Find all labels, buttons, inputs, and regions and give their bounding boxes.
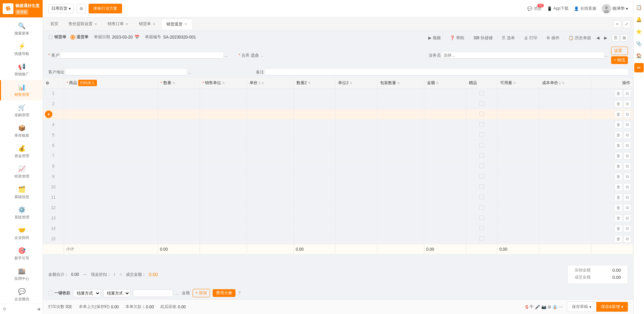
warehouse-select-icon[interactable]: ... — [260, 53, 264, 58]
gift-cell[interactable] — [466, 192, 497, 203]
delete-row-button[interactable]: 🗑 — [615, 235, 622, 243]
product-cell[interactable] — [64, 130, 158, 140]
tab-close-sell-return[interactable]: × — [184, 22, 187, 26]
qty2-cell[interactable] — [293, 140, 335, 151]
print-button[interactable]: 🖨 打印 — [522, 35, 539, 42]
qty2-cell[interactable] — [293, 151, 335, 161]
amount-cell[interactable] — [424, 161, 466, 172]
gift-cell[interactable] — [466, 182, 497, 192]
sell-unit-cell[interactable] — [200, 88, 247, 99]
available-cell[interactable] — [497, 224, 539, 234]
gift-checkbox[interactable] — [479, 236, 484, 241]
price-cell[interactable] — [247, 172, 293, 182]
copy-row-button[interactable]: ⧉ — [624, 152, 631, 160]
qty2-cell[interactable] — [293, 224, 335, 234]
save-new-dropdown-icon[interactable]: ▾ — [621, 305, 623, 309]
product-cell[interactable] — [64, 172, 158, 182]
cost-price-cell[interactable] — [539, 161, 591, 172]
gift-cell[interactable] — [466, 130, 497, 140]
gift-cell[interactable] — [466, 234, 497, 244]
qty2-cell[interactable] — [293, 234, 335, 244]
unit2-cell[interactable] — [335, 109, 377, 120]
copy-row-button[interactable]: ⧉ — [624, 183, 631, 191]
view-grid-icon[interactable]: ⊞ — [621, 34, 628, 42]
product-cell[interactable] — [64, 140, 158, 151]
sell-unit-cell[interactable] — [200, 130, 247, 140]
price-cell[interactable] — [247, 192, 293, 203]
select-doc-button[interactable]: ☰ 选单 — [500, 35, 517, 42]
pkg-qty-cell[interactable] — [377, 192, 424, 203]
right-panel-btn-6[interactable]: ✏ — [634, 63, 644, 72]
product-cell[interactable] — [64, 151, 158, 161]
gift-checkbox[interactable] — [479, 132, 484, 137]
price-cell[interactable] — [247, 234, 293, 244]
pkg-qty-cell[interactable] — [377, 88, 424, 99]
gift-checkbox[interactable] — [479, 91, 484, 96]
qty-cell[interactable] — [158, 224, 200, 234]
product-input[interactable] — [66, 133, 156, 137]
cost-split-button[interactable]: 费用分摊 — [213, 289, 235, 297]
cost-price-cell[interactable] — [539, 109, 591, 120]
price-cell[interactable] — [247, 99, 293, 109]
right-panel-btn-5[interactable]: 🏠 — [634, 51, 644, 60]
product-input[interactable] — [66, 205, 156, 210]
sell-unit-cell[interactable] — [200, 234, 247, 244]
qty2-cell[interactable] — [293, 192, 335, 203]
one-click-payment[interactable]: 一键收款 — [48, 290, 70, 296]
qty-cell[interactable] — [158, 234, 200, 244]
product-cell[interactable] — [64, 99, 158, 109]
gift-cell[interactable] — [466, 88, 497, 99]
sidebar-item-operation[interactable]: 📈 经营管理 — [0, 162, 43, 182]
delete-row-button[interactable]: 🗑 — [615, 225, 622, 232]
save-draft-button[interactable]: 保存草稿 ▾ — [567, 302, 596, 312]
delete-row-button[interactable]: 🗑 — [615, 183, 622, 191]
sidebar-item-system[interactable]: ⚙️ 系统管理 — [0, 203, 43, 223]
radio-sell-goods[interactable]: 销货单 — [48, 34, 66, 40]
sell-unit-cell[interactable] — [200, 99, 247, 109]
cost-price-cell[interactable] — [539, 130, 591, 140]
available-sort-icon[interactable]: ⇅ — [513, 81, 516, 85]
pkg-qty-cell[interactable] — [377, 109, 424, 120]
unit2-cell[interactable] — [335, 172, 377, 182]
copy-row-button[interactable]: ⧉ — [624, 142, 631, 149]
copy-row-button[interactable]: ⧉ — [624, 214, 631, 222]
copy-row-button[interactable]: ⧉ — [624, 173, 631, 180]
unit2-cell[interactable] — [335, 192, 377, 203]
form-logistics-button[interactable]: + 物流 — [611, 56, 628, 64]
video-button[interactable]: ▶ 视频 — [426, 35, 443, 42]
delete-row-button[interactable]: 🗑 — [615, 131, 622, 139]
settlement-method-select[interactable]: 结算方式 — [73, 289, 101, 297]
amount-cell[interactable] — [424, 213, 466, 224]
unit2-cell[interactable] — [335, 213, 377, 224]
col-settings-icon[interactable]: ⚙ — [46, 81, 49, 85]
tab-close-sell-order[interactable]: × — [125, 22, 129, 26]
gift-cell[interactable] — [466, 109, 497, 120]
gift-checkbox[interactable] — [479, 195, 484, 199]
qty2-cell[interactable] — [293, 203, 335, 213]
account-input[interactable] — [133, 290, 173, 297]
sidebar-item-sales[interactable]: 📊 销售管理 — [0, 80, 43, 101]
unit2-cell[interactable] — [335, 99, 377, 109]
qty-cell[interactable] — [158, 120, 200, 130]
cash-discount-info[interactable]: ℹ — [114, 272, 115, 277]
copy-row-button[interactable]: ⧉ — [624, 100, 631, 108]
sell-unit-cell[interactable] — [200, 161, 247, 172]
price-cell[interactable] — [247, 140, 293, 151]
available-cell[interactable] — [497, 88, 539, 99]
delete-row-button[interactable]: 🗑 — [615, 194, 622, 201]
delete-row-button[interactable]: 🗑 — [615, 111, 622, 118]
delete-row-button[interactable]: 🗑 — [615, 173, 622, 180]
product-cell[interactable] — [64, 213, 158, 224]
available-cell[interactable] — [497, 182, 539, 192]
delete-row-button[interactable]: 🗑 — [615, 142, 622, 149]
product-input[interactable] — [66, 226, 156, 231]
payment-help-icon[interactable]: ? — [238, 291, 240, 296]
unit2-cell[interactable] — [335, 161, 377, 172]
gift-checkbox[interactable] — [479, 215, 484, 220]
sell-unit-cell[interactable] — [200, 203, 247, 213]
product-input[interactable] — [66, 195, 156, 200]
qty2-cell[interactable] — [293, 182, 335, 192]
pkg-qty-cell[interactable] — [377, 234, 424, 244]
cost-price-cell[interactable] — [539, 203, 591, 213]
product-input[interactable] — [66, 164, 156, 169]
